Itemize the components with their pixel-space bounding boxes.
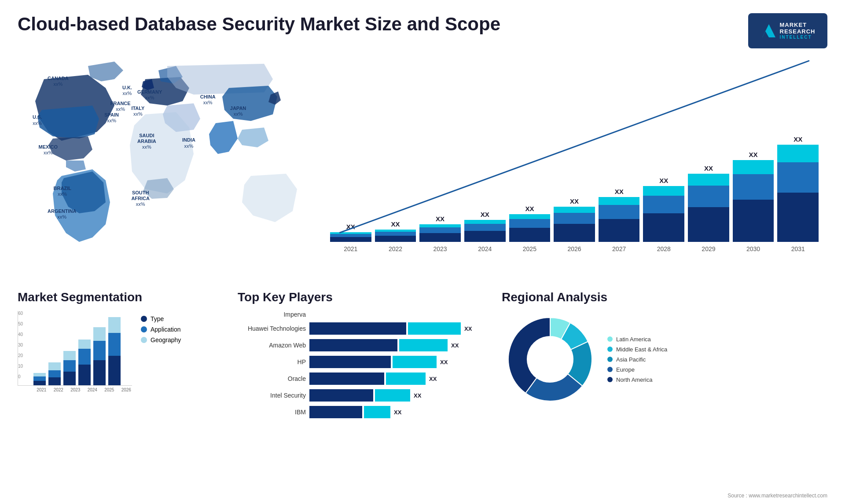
bar-seg3 [419, 224, 461, 227]
bar-year: 2026 [554, 245, 595, 252]
seg-type [108, 356, 121, 385]
donut-legend-label: North America [616, 376, 652, 383]
player-row: Imperva [238, 311, 493, 318]
seg-type [93, 360, 106, 385]
bar-seg2 [688, 186, 729, 207]
world-map-section: CANADAxx% U.S.xx% MEXICOxx% BRAZILxx% AR… [18, 53, 317, 281]
bar-seg3 [599, 197, 640, 205]
player-row: IBMXX [238, 406, 493, 418]
seg-year: 2022 [53, 387, 65, 392]
key-players-title: Top Key Players [238, 290, 493, 304]
regional-section: Regional Analysis Latin AmericaMiddle Ea… [502, 290, 827, 423]
seg-type [63, 372, 76, 385]
france-label: FRANCExx% [110, 101, 131, 112]
player-name: Oracle [238, 375, 306, 382]
player-row: Amazon WebXX [238, 339, 493, 351]
seg-year: 2024 [87, 387, 99, 392]
bar-seg3 [733, 160, 774, 174]
logo-line1: MARKET [780, 22, 816, 28]
bar-seg2 [330, 234, 371, 237]
player-row: Huawei TechnologiesXX [238, 322, 493, 335]
player-bar-seg1 [309, 339, 397, 351]
seg-legend-dot [141, 316, 147, 322]
seg-chart: 6050403020100 202120222023202420252026 [18, 311, 132, 408]
canada-label: CANADAxx% [48, 76, 69, 87]
player-value: XX [451, 342, 459, 349]
donut-legend-dot [607, 377, 613, 382]
player-value: XX [440, 359, 448, 365]
regional-title: Regional Analysis [502, 290, 827, 304]
bar-seg2 [419, 227, 461, 233]
player-name: Intel Security [238, 392, 306, 399]
player-bar-seg2 [399, 339, 448, 351]
seg-legend-dot [141, 337, 147, 343]
italy-label: ITALYxx% [131, 106, 144, 117]
bar-seg3 [777, 145, 819, 162]
segmentation-section: Market Segmentation 6050403020100 202120… [18, 290, 229, 423]
southafrica-label: SOUTHAFRICAxx% [131, 190, 150, 208]
seg-type [78, 365, 91, 385]
bar-top-label: XX [704, 164, 713, 172]
seg-app [63, 360, 76, 372]
player-bar-seg2 [364, 406, 390, 418]
bar-year: 2030 [733, 245, 774, 252]
bar-seg1 [599, 219, 640, 242]
bar-seg2 [733, 174, 774, 200]
player-bar-seg1 [309, 406, 362, 418]
mexico-label: MEXICOxx% [39, 144, 58, 156]
seg-legend: TypeApplicationGeography [141, 315, 181, 343]
seg-app [108, 333, 121, 356]
bar-seg1 [419, 233, 461, 242]
seg-geo [78, 340, 91, 349]
seg-app [48, 370, 61, 377]
seg-geo [63, 351, 76, 360]
bar-top-label: XX [794, 135, 802, 143]
player-row: HPXX [238, 356, 493, 368]
bar-group: XX [330, 223, 371, 242]
germany-label: GERMANYxx% [137, 89, 162, 101]
bar-seg3 [554, 207, 595, 213]
donut-legend-label: Asia Pacific [616, 356, 646, 363]
bar-group: XX [509, 205, 551, 242]
seg-geo [108, 317, 121, 333]
bar-seg2 [509, 219, 551, 228]
bar-year: 2023 [419, 245, 461, 252]
seg-legend-label: Geography [151, 336, 181, 343]
bar-year: 2031 [777, 245, 819, 252]
donut-legend-item: Latin America [607, 336, 667, 343]
player-row: Intel SecurityXX [238, 389, 493, 402]
bar-seg1 [733, 200, 774, 242]
donut-legend-label: Europe [616, 366, 635, 373]
player-name: Amazon Web [238, 342, 306, 349]
seg-legend-dot [141, 326, 147, 332]
player-name: Huawei Technologies [238, 325, 306, 332]
player-bar-seg2 [408, 322, 461, 335]
donut-legend-label: Latin America [616, 336, 651, 343]
player-value: XX [394, 409, 401, 416]
seg-app [33, 376, 46, 381]
seg-geo [33, 373, 46, 376]
seg-bar-group [93, 327, 106, 385]
player-bar-container: XX [309, 406, 401, 418]
donut-legend-dot [607, 336, 613, 342]
player-value: XX [464, 325, 472, 332]
bar-seg1 [464, 231, 506, 242]
bar-group: XX [464, 211, 506, 242]
donut-legend-dot [607, 357, 613, 362]
seg-legend-item: Application [141, 326, 181, 333]
bar-year: 2027 [599, 245, 640, 252]
player-bar-container: XX [309, 389, 421, 402]
bar-group: XX [419, 215, 461, 242]
seg-bar-group [108, 317, 121, 385]
player-bar-seg2 [386, 373, 426, 385]
player-bar-seg1 [309, 373, 384, 385]
bar-top-label: XX [481, 211, 489, 218]
page-title: Cloud-based Database Security Market Siz… [18, 13, 500, 35]
brazil-label: BRAZILxx% [54, 186, 71, 197]
logo: MARKET RESEARCH INTELLECT [748, 13, 827, 48]
bar-seg1 [375, 236, 416, 242]
bar-seg1 [330, 237, 371, 242]
player-row: OracleXX [238, 373, 493, 385]
china-label: CHINAxx% [200, 94, 216, 106]
bar-seg1 [554, 224, 595, 242]
